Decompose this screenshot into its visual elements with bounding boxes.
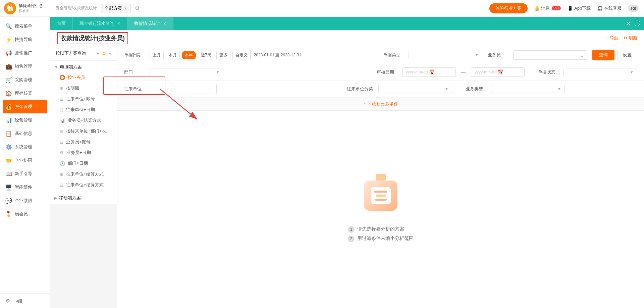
filter-salesperson-select[interactable]: ...: [513, 50, 587, 60]
notification-btn[interactable]: 🔔 消息 99+: [534, 5, 561, 11]
scheme-panel-wrapper: 按以下方案查询 + ⚙ « ▼ 电脑端方案: [50, 46, 117, 308]
scheme-item-salesperson-settlement[interactable]: 📊 业务员+结算方式: [50, 115, 117, 126]
scheme-group-mobile-title[interactable]: ▶ 移动端方案: [50, 193, 117, 203]
scheme-collapse-icon[interactable]: «: [109, 51, 112, 56]
scheme-group-label: 移动端方案: [59, 195, 81, 201]
scheme-item-unit-date[interactable]: ⊟ 往来单位+日期: [50, 104, 117, 115]
sidebar-item-quicknav[interactable]: ⚡ 快捷导航: [0, 33, 50, 46]
scheme-item-icon: ⊞: [60, 172, 63, 177]
query-btn[interactable]: 查询: [592, 50, 614, 60]
tab-close-all-icon[interactable]: ✕: [626, 20, 631, 27]
filter-audit-date-from[interactable]: yyyy-mm-dd 📅: [402, 67, 456, 77]
chevron-down-icon: ▼: [216, 70, 220, 74]
scheme-item-label: 按往来单位+部门+收...: [66, 128, 110, 134]
date-btn-custom[interactable]: 自定义: [232, 51, 251, 59]
inventory-icon: 🏠: [5, 90, 12, 97]
scheme-panel-header: 按以下方案查询 + ⚙ «: [50, 46, 117, 61]
filter-audit-date-to[interactable]: yyyy-mm-dd 📅: [471, 67, 525, 77]
filter-unit-select[interactable]: ···: [150, 84, 217, 94]
scheme-group-desktop-title[interactable]: ▼ 电脑端方案: [50, 62, 117, 72]
app-download-btn[interactable]: 📱 App下载: [568, 5, 591, 11]
scheme-item-by-detail[interactable]: ⊞ 按明细: [50, 83, 117, 94]
empty-illustration: [357, 174, 404, 221]
sidebar-item-marketing[interactable]: 📢 营销推广: [0, 46, 50, 60]
hardware-icon: 🖥️: [5, 184, 12, 191]
finance-icon: 💰: [5, 103, 12, 110]
user-avatar[interactable]: Rit: [628, 6, 639, 11]
tab-expand-icon[interactable]: ⛶: [635, 20, 640, 27]
filter-voucher-status-select[interactable]: ▼: [564, 68, 637, 76]
scheme-item-icon: ⊟: [60, 129, 63, 134]
scheme-item-dept-date[interactable]: 🕐 部门+日期: [50, 158, 117, 169]
date-btn-more[interactable]: 更多: [216, 51, 230, 59]
add-scheme-icon[interactable]: +: [97, 51, 99, 56]
filter-business-type-select[interactable]: ▼: [491, 85, 565, 93]
chevron-down-icon: ▼: [630, 70, 634, 74]
tab-home[interactable]: 首页: [50, 17, 73, 30]
scheme-item-unit-settlement2[interactable]: ⊟ 往来单位+结算方式: [50, 179, 117, 190]
system-icon: ⚙️: [5, 144, 12, 150]
sidebar-item-purchase[interactable]: 🛒 采购管理: [0, 73, 50, 87]
tab-receipt-close-icon[interactable]: ✕: [163, 21, 166, 26]
sidebar-item-member[interactable]: 🎖️ 畅会员: [0, 207, 50, 221]
sidebar-item-enterprise[interactable]: 🤝 企业协同: [0, 154, 50, 167]
date-btn-7days[interactable]: 近7天: [198, 51, 214, 59]
scheme-item-salesperson-account[interactable]: ⊟ 业务员+账号: [50, 137, 117, 147]
scheme-item-salesperson-date[interactable]: ⚙ 业务员+日期: [50, 147, 117, 158]
online-service-btn[interactable]: 🎧 在线客服: [597, 5, 622, 11]
filter-unit-dots[interactable]: ···: [209, 86, 213, 92]
page-header: 收款情况统计(按业务员) ↑ 导出 ↻ 刷新: [50, 30, 644, 46]
settings-bottom-icon[interactable]: ⚙: [5, 298, 10, 304]
scheme-item-icon: ⊟: [60, 140, 63, 145]
filter-row-1: 单据日期 上月 本月 本年 近7天 更多 自定义 2023-01-01 至 20…: [117, 46, 644, 64]
sidebar-item-guide[interactable]: 📖 新手引导: [0, 167, 50, 181]
sidebar-item-operations[interactable]: 📊 经营管理: [0, 113, 50, 127]
collapse-bar[interactable]: ⌃⌃ 收起更多条件: [117, 98, 644, 111]
sidebar-item-basic[interactable]: 📋 基础信息: [0, 127, 50, 140]
tab-bank[interactable]: 现金银行流水查询 ✕: [73, 17, 127, 30]
search-icon: 🔍: [5, 23, 12, 30]
sidebar-item-label: 库存核算: [15, 90, 32, 96]
settings-icon[interactable]: ⚙: [135, 5, 140, 11]
tab-receipt[interactable]: 收款情况统计 ✕: [127, 17, 173, 30]
scheme-item-unit-dept-recv[interactable]: ⊟ 按往来单位+部门+收...: [50, 126, 117, 137]
date-btn-this-month[interactable]: 本月: [166, 51, 180, 59]
sidebar-item-label: 基础信息: [15, 131, 32, 137]
sidebar-item-finance[interactable]: 💰 资金管理: [3, 100, 47, 113]
chevron-down-icon: ▼: [54, 65, 58, 69]
filter-voucher-type-select[interactable]: ▼: [409, 51, 482, 59]
date-btn-this-year[interactable]: 本年: [182, 51, 196, 59]
sidebar-item-search[interactable]: 🔍 搜索菜单: [0, 19, 50, 33]
audit-date-from-text: yyyy-mm-dd: [406, 70, 428, 74]
scheme-item-unit-account[interactable]: ⊟ 往来单位+账号: [50, 94, 117, 104]
filter-label-voucher-status: 单据状态: [538, 69, 558, 75]
settings-btn[interactable]: 设置: [617, 50, 637, 60]
scheme-settings-icon[interactable]: ⚙: [102, 51, 106, 56]
filter-dept-select[interactable]: ▼: [150, 68, 223, 76]
chevron-down-icon: ▼: [123, 6, 127, 10]
filter-date-dash: —: [461, 70, 466, 75]
scheme-item-unit-settlement1[interactable]: ⊞ 往来单位+结算方式: [50, 169, 117, 179]
export-btn[interactable]: ↑ 导出: [606, 35, 619, 41]
scheme-item-by-salesperson[interactable]: 按业务员: [50, 72, 117, 83]
sidebar-item-hardware[interactable]: 🖥️ 智能硬件: [0, 181, 50, 194]
sidebar-item-inventory[interactable]: 🏠 库存核算: [0, 87, 50, 100]
scheme-selector-dropdown[interactable]: 全部方案 ▼: [101, 4, 131, 13]
audit-date-to-text: yyyy-mm-dd: [475, 70, 496, 74]
sidebar-item-system[interactable]: ⚙️ 系统管理: [0, 140, 50, 154]
scheme-item-icon: ⊟: [60, 97, 63, 102]
quicknav-icon: ⚡: [5, 36, 12, 43]
sidebar-item-sales[interactable]: 💼 销售管理: [0, 60, 50, 73]
refresh-btn[interactable]: ↻ 刷新: [624, 35, 637, 41]
chevron-down-icon: ▼: [445, 87, 448, 91]
filter-label-date: 单据日期: [124, 52, 144, 58]
date-btn-last-month[interactable]: 上月: [150, 51, 164, 59]
logo-text: 畅捷通好生意 标准版: [19, 3, 43, 13]
topbar-right: 体验行业方案 🔔 消息 99+ 📱 App下载 🎧 在线客服 Rit: [489, 3, 639, 13]
notification-label: 消息: [541, 5, 550, 11]
tab-bank-close-icon[interactable]: ✕: [117, 21, 120, 26]
trial-btn[interactable]: 体验行业方案: [489, 3, 528, 13]
filter-unit-category-select[interactable]: ▼: [378, 85, 452, 93]
collapse-sidebar-icon[interactable]: ◀▮: [15, 298, 22, 304]
sidebar-item-wechat[interactable]: 💬 企业微信: [0, 194, 50, 207]
